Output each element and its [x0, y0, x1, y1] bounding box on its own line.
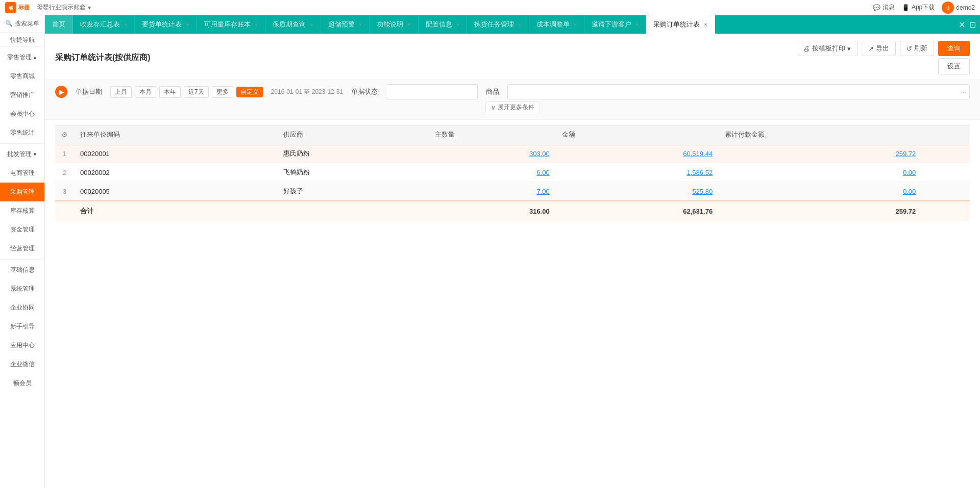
tab-home-label: 首页 [52, 20, 65, 29]
template-print-button[interactable]: 🖨 按模板打印 ▾ [797, 41, 857, 56]
sidebar-item-vip[interactable]: 畅会员 [0, 374, 44, 393]
row-paid[interactable]: 259.72 [719, 144, 922, 163]
status-input[interactable] [386, 85, 478, 99]
date-badge-custom[interactable]: 自定义 [236, 87, 263, 97]
sidebar-item-newbie[interactable]: 新手引导 [0, 317, 44, 336]
sidebar-nav-label[interactable]: 快捷导航 [0, 33, 44, 45]
sidebar-item-operations[interactable]: 经营管理 [0, 239, 44, 258]
sidebar-item-enterprise[interactable]: 企业协同 [0, 298, 44, 317]
tab-chaochuyujin[interactable]: 超储预警 × [321, 15, 370, 34]
message-button[interactable]: 💬 消息 [873, 3, 895, 12]
date-btn-last-month[interactable]: 上月 [110, 86, 132, 98]
row-qty[interactable]: 303.00 [429, 144, 556, 163]
row-qty[interactable]: 6.00 [429, 163, 556, 182]
row-amount[interactable]: 60,519.44 [556, 144, 719, 163]
close-icon[interactable]: × [456, 21, 459, 28]
col-settings[interactable]: ⚙ [55, 125, 74, 144]
top-bar-right: 💬 消息 📱 App下载 d demo2 [873, 2, 975, 14]
date-btn-this-year[interactable]: 本年 [159, 86, 181, 98]
date-btn-this-month[interactable]: 本月 [135, 86, 156, 98]
row-paid[interactable]: 0.00 [719, 163, 922, 182]
sidebar-item-wechat[interactable]: 企业微信 [0, 355, 44, 374]
filter-row: ▶ 单据日期 上月 本月 本年 近7天 更多 自定义 2016-01-01 至 … [55, 84, 970, 99]
sidebar-item-system[interactable]: 系统管理 [0, 279, 44, 298]
row-qty[interactable]: 7.00 [429, 182, 556, 201]
query-button[interactable]: 查询 [938, 41, 970, 56]
close-icon[interactable]: × [407, 21, 410, 28]
sidebar-item-purchase[interactable]: 采购管理 [0, 183, 44, 201]
status-filter-input[interactable]: ▾ [386, 84, 478, 99]
tab-keyongliang[interactable]: 可用量库存账本 × [197, 15, 265, 34]
tab-shoufahuiz[interactable]: 收发存汇总表 × [73, 15, 135, 34]
filter-area: ▶ 单据日期 上月 本月 本年 近7天 更多 自定义 2016-01-01 至 … [45, 80, 980, 120]
close-icon[interactable]: × [635, 21, 639, 28]
status-filter-label: 单据状态 [351, 87, 378, 96]
export-button[interactable]: ↗ 导出 [862, 41, 896, 56]
date-btn-more[interactable]: 更多 [212, 86, 233, 98]
row-code: 00020005 [74, 182, 277, 201]
message-icon: 💬 [873, 4, 880, 11]
expand-conditions-button[interactable]: ∨ 展开更多条件 [485, 101, 540, 113]
close-icon[interactable]: × [124, 21, 127, 28]
chevron-down-icon: ▲ [33, 55, 38, 60]
sidebar-item-wholesale[interactable]: 批发管理 ▼ [0, 145, 44, 164]
message-label: 消息 [883, 3, 895, 12]
row-paid[interactable]: 0.00 [719, 182, 922, 201]
username: demo2 [956, 4, 975, 11]
tab-caigoudan[interactable]: 采购订单统计表 × [646, 15, 715, 34]
tab-baoyuanqi[interactable]: 保质期查询 × [265, 15, 321, 34]
sidebar-item-retail[interactable]: 零售管理 ▲ [0, 48, 44, 67]
tab-label: 拣货任务管理 [474, 20, 514, 29]
data-table: ⚙ 往来单位编码 供应商 主数量 金额 累计付款金额 1 00020001 惠氏… [55, 125, 970, 221]
sidebar-item-finance[interactable]: 资金管理 [0, 220, 44, 239]
sidebar-item-basic[interactable]: 基础信息 [0, 261, 44, 279]
main-layout: 🔍 搜索菜单 快捷导航 零售管理 ▲ 零售商城 营销推广 会员中心 零售统计 批… [0, 15, 980, 488]
sidebar-item-inventory[interactable]: 库存核算 [0, 201, 44, 220]
filter-toggle-button[interactable]: ▶ [55, 86, 67, 98]
close-icon[interactable]: × [310, 21, 313, 28]
workspace-selector[interactable]: 母婴行业演示账套 ▾ [34, 2, 94, 13]
column-settings-icon[interactable]: ⚙ [61, 131, 68, 139]
tab-zhenhuo[interactable]: 拣货任务管理 × [467, 15, 529, 34]
close-icon[interactable]: × [574, 21, 577, 28]
close-icon[interactable]: × [704, 21, 707, 28]
row-amount[interactable]: 525.80 [556, 182, 719, 201]
tab-home[interactable]: 首页 [45, 15, 73, 34]
tab-yaoqing[interactable]: 邀请下游客户 × [584, 15, 646, 34]
user-profile[interactable]: d demo2 [942, 2, 975, 14]
sidebar-item-apps[interactable]: 应用中心 [0, 336, 44, 355]
row-extra [922, 163, 970, 182]
sidebar-item-promo[interactable]: 营销推广 [0, 86, 44, 105]
top-bar-left: 畅 标题 母婴行业演示账套 ▾ [5, 2, 94, 13]
close-icon[interactable]: × [255, 21, 258, 28]
row-amount[interactable]: 1,586.52 [556, 163, 719, 182]
col-code: 往来单位编码 [74, 125, 277, 144]
chevron-down-icon2: ▼ [33, 151, 38, 157]
sidebar-item-retail-stats[interactable]: 零售统计 [0, 123, 44, 142]
close-icon[interactable]: × [359, 21, 362, 28]
goods-input[interactable] [508, 85, 958, 99]
settings-button[interactable]: 设置 [938, 58, 970, 74]
svg-text:畅: 畅 [9, 6, 13, 11]
app-download-button[interactable]: 📱 App下载 [902, 3, 935, 12]
sidebar-item-mall[interactable]: 零售商城 [0, 67, 44, 86]
date-btn-7days[interactable]: 近7天 [184, 86, 209, 98]
col-qty: 主数量 [429, 125, 556, 144]
goods-more-icon[interactable]: ··· [958, 88, 969, 96]
refresh-button[interactable]: ↺ 刷新 [900, 41, 934, 56]
close-icon[interactable]: × [186, 21, 189, 28]
tab-yaohuodan[interactable]: 要货单统计表 × [135, 15, 197, 34]
tab-chengben[interactable]: 成本调整单 × [529, 15, 584, 34]
tab-gongneng[interactable]: 功能说明 × [370, 15, 418, 34]
expand-window-icon[interactable]: ⊡ [969, 20, 976, 30]
tab-label: 邀请下游客户 [592, 20, 631, 29]
close-window-icon[interactable]: ✕ [959, 20, 965, 30]
table-row: 2 00020002 飞鹤奶粉 6.00 1,586.52 0.00 [55, 163, 970, 182]
close-icon[interactable]: × [518, 21, 521, 28]
sidebar-item-ecommerce[interactable]: 电商管理 [0, 164, 44, 183]
sidebar-search[interactable]: 🔍 搜索菜单 [0, 15, 44, 33]
tab-peizhi[interactable]: 配置信息 × [419, 15, 467, 34]
sidebar-item-member[interactable]: 会员中心 [0, 105, 44, 123]
goods-filter-input[interactable]: ··· [507, 84, 970, 99]
sidebar-item-label: 营销推广 [10, 91, 35, 99]
